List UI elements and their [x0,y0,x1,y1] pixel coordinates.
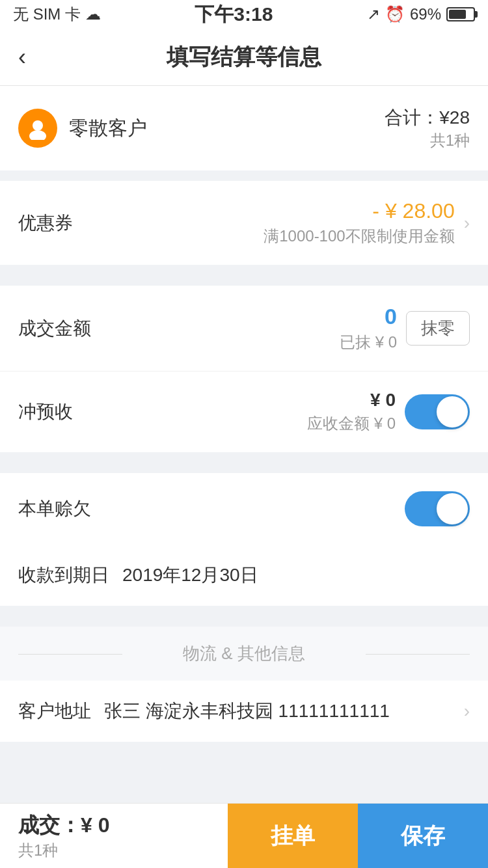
location-icon: ↗ [367,5,380,23]
avatar-icon [26,116,49,140]
back-button[interactable]: ‹ [18,44,26,71]
debt-right [405,491,470,526]
svg-point-0 [33,120,43,131]
battery-label: 69% [410,5,441,23]
bottom-deal-label: 成交： [18,813,81,837]
coupon-discount: - ¥ 28.00 [264,199,454,223]
debt-section: 本单赊欠 收款到期日 2019年12月30日 [0,473,488,606]
deal-amount-values: 0 已抹 ¥ 0 [340,304,397,353]
alarm-icon: ⏰ [385,5,405,23]
customer-left: 零散客户 [18,109,147,148]
debt-toggle-knob [437,493,468,524]
divider-2 [0,463,488,473]
chevron-icon: › [464,213,470,234]
due-date-row: 收款到期日 2019年12月30日 [0,545,488,606]
address-value: 张三 海淀永丰科技园 11111111111 [104,699,451,724]
deal-amount-row: 成交金额 0 已抹 ¥ 0 抹零 [0,286,488,371]
save-button[interactable]: 保存 [358,804,488,868]
sim-status: 无 SIM 卡 ☁ [13,4,101,25]
battery-icon [446,7,475,21]
prepayment-values: ¥ 0 应收金额 ¥ 0 [307,390,396,434]
coupon-row[interactable]: 优惠券 - ¥ 28.00 满1000-100不限制使用金额 › [0,181,488,265]
address-label: 客户地址 [18,699,91,724]
logistics-separator: 物流 & 其他信息 [0,627,488,681]
customer-name: 零散客户 [69,115,147,142]
logistics-label: 物流 & 其他信息 [183,644,305,663]
due-date-value: 2019年12月30日 [122,563,258,588]
prepayment-sub: 应收金额 ¥ 0 [307,413,396,434]
coupon-section[interactable]: 优惠券 - ¥ 28.00 满1000-100不限制使用金额 › [0,181,488,265]
bottom-bar: 成交：¥ 0 共1种 挂单 保存 [0,803,488,868]
prepayment-label: 冲预收 [18,400,73,424]
round-off-button[interactable]: 抹零 [406,311,470,346]
prepayment-row: 冲预收 ¥ 0 应收金额 ¥ 0 [0,371,488,452]
address-section[interactable]: 客户地址 张三 海淀永丰科技园 11111111111 › [0,681,488,742]
coupon-right: - ¥ 28.00 满1000-100不限制使用金额 › [264,199,470,247]
coupon-values: - ¥ 28.00 满1000-100不限制使用金额 [264,199,454,247]
toggle-knob [437,396,468,427]
bottom-count: 共1种 [18,840,228,861]
prepayment-right: ¥ 0 应收金额 ¥ 0 [307,390,470,434]
deal-amount-right: 0 已抹 ¥ 0 抹零 [340,304,470,353]
customer-total: 合计：¥28 [385,105,470,130]
debt-label: 本单赊欠 [18,496,91,521]
address-chevron-icon: › [464,701,470,722]
debt-row: 本单赊欠 [0,473,488,545]
debt-toggle-wrap [405,491,470,526]
status-bar: 无 SIM 卡 ☁ 下午3:18 ↗ ⏰ 69% [0,0,488,29]
coupon-note: 满1000-100不限制使用金额 [264,226,454,247]
due-date-label: 收款到期日 [18,563,109,588]
bottom-info: 成交：¥ 0 共1种 [0,804,228,868]
customer-summary: 合计：¥28 共1种 [385,105,470,151]
customer-row: 零散客户 合计：¥28 共1种 [0,86,488,170]
debt-toggle[interactable] [405,491,470,526]
customer-avatar [18,109,57,148]
deal-amount-label: 成交金额 [18,316,91,341]
deal-amount-value: 0 [385,304,397,329]
page-title: 填写结算等信息 [167,42,321,72]
status-left: 无 SIM 卡 ☁ [13,4,101,25]
bottom-deal-value: ¥ 0 [81,813,109,837]
divider-3 [0,616,488,627]
deal-amount-sub: 已抹 ¥ 0 [340,332,397,353]
address-row[interactable]: 客户地址 张三 海淀永丰科技园 11111111111 › [0,681,488,742]
pending-button[interactable]: 挂单 [228,804,358,868]
customer-section: 零散客户 合计：¥28 共1种 [0,86,488,170]
status-time: 下午3:18 [195,1,273,28]
prepayment-toggle-wrap [405,394,470,429]
divider-1 [0,275,488,286]
coupon-label: 优惠券 [18,211,73,236]
content-area: 零散客户 合计：¥28 共1种 优惠券 - ¥ 28.00 满1000-100不… [0,86,488,817]
svg-point-1 [29,130,46,140]
bottom-deal-row: 成交：¥ 0 [18,811,228,840]
deal-section: 成交金额 0 已抹 ¥ 0 抹零 冲预收 ¥ 0 应收金额 ¥ 0 [0,286,488,452]
customer-count: 共1种 [385,130,470,151]
prepayment-toggle[interactable] [405,394,470,429]
nav-bar: ‹ 填写结算等信息 [0,29,488,86]
prepayment-value: ¥ 0 [307,390,396,411]
status-right: ↗ ⏰ 69% [367,5,475,23]
